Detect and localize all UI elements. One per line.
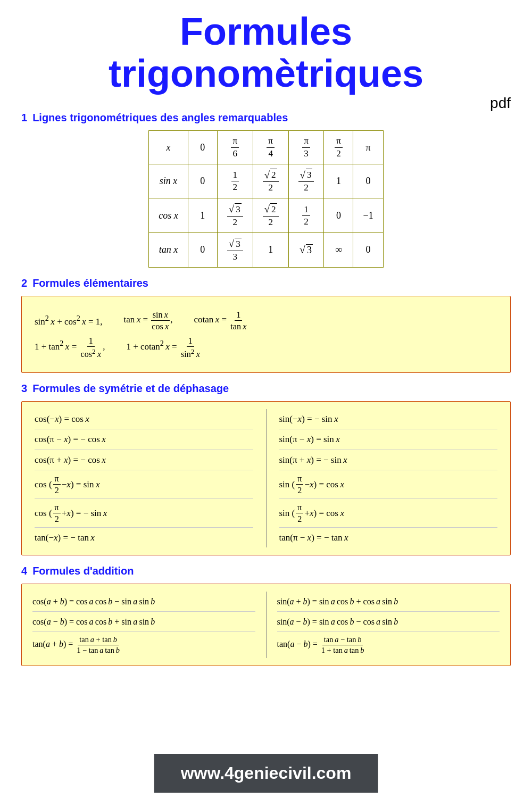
page: Formules trigonomètriques pdf 1 Lignes t… [0,0,532,677]
section3-number: 3 [21,383,27,395]
sym-cos-pi-minus: cos(π − x) = − cos x [35,429,253,450]
sym-tan-neg: tan(−x) = − tan x [35,528,253,547]
sym-col-cos: cos(−x) = cos x cos(π − x) = − cos x cos… [22,409,267,547]
main-title: Formules trigonomètriques [21,11,511,95]
sym-cos-neg: cos(−x) = cos x [35,409,253,429]
sym-sin-neg: sin(−x) = − sin x [279,409,498,429]
add-sin-a-minus-b: sin(a − b) = sin a cos b − cos a sin b [277,612,500,632]
section4-title: Formules d'addition [32,565,134,577]
add-sin-a-plus-b: sin(a + b) = sin a cos b + cos a sin b [277,592,500,612]
formula-1-cotan2: 1 + cotan2 x = 1 sin2 x [126,335,202,360]
add-cos-a-plus-b: cos(a + b) = cos a cos b − sin a sin b [32,592,255,612]
sym-tan-pi-minus: tan(π − x) = − tan x [279,528,498,547]
sym-cos-pi-plus: cos(π + x) = − cos x [35,450,253,470]
symmetry-box: cos(−x) = cos x cos(π − x) = − cos x cos… [21,401,511,555]
section2-header: 2 Formules élémentaires [21,277,511,289]
section3-title: Formules de symétrie et de déphasage [32,383,229,395]
add-tan-a-minus-b: tan(a − b) = tan a − tan b 1 + tan a tan… [277,632,500,658]
title-line2: trigonomètriques [109,52,423,95]
formula-tan: tan x = sin x cos x , [124,309,173,332]
sym-col-sin: sin(−x) = − sin x sin(π − x) = sin x sin… [267,409,511,547]
sym-cos-pi2-plus: cos ( π 2 + x) = − sin x [35,499,253,528]
add-col-sin: sin(a + b) = sin a cos b + cos a sin b s… [267,592,511,658]
trig-table: x 0 π6 π4 π3 π2 π sin x 0 12 √ [148,130,383,267]
watermark-banner: www.4geniecivil.com [154,754,378,793]
formula-row-2: 1 + tan2 x = 1 cos2 x , 1 + cotan2 x = 1… [35,335,497,360]
sym-cos-pi2-minus: cos ( π 2 − x) = sin x [35,470,253,499]
add-cos-a-minus-b: cos(a − b) = cos a cos b + sin a sin b [32,612,255,632]
formula-1-tan2: 1 + tan2 x = 1 cos2 x , [35,335,105,360]
section2-title: Formules élémentaires [32,277,148,289]
section4-number: 4 [21,565,27,577]
formula-cotan: cotan x = 1 tan x [194,309,248,332]
section1-header: 1 Lignes trigonométriques des angles rem… [21,112,511,124]
formula-row-1: sin2 x + cos2 x = 1, tan x = sin x cos x… [35,309,497,332]
add-tan-a-plus-b: tan(a + b) = tan a + tan b 1 − tan a tan… [32,632,255,658]
section1-title: Lignes trigonométriques des angles remar… [32,112,288,124]
section2-number: 2 [21,277,27,289]
sym-sin-pi2-plus: sin ( π 2 + x) = cos x [279,499,498,528]
section3-header: 3 Formules de symétrie et de déphasage [21,383,511,395]
addition-box: cos(a + b) = cos a cos b − sin a sin b c… [21,584,511,666]
sym-sin-pi-plus: sin(π + x) = − sin x [279,450,498,470]
sym-sin-pi-minus: sin(π − x) = sin x [279,429,498,450]
add-col-cos: cos(a + b) = cos a cos b − sin a sin b c… [22,592,267,658]
formula-sin2-cos2: sin2 x + cos2 x = 1, [35,314,103,327]
section4-header: 4 Formules d'addition [21,565,511,577]
title-line1: Formules [180,10,352,53]
pdf-label: pdf [490,95,511,112]
formula-box-elementary: sin2 x + cos2 x = 1, tan x = sin x cos x… [21,296,511,373]
section1-number: 1 [21,112,27,124]
sym-sin-pi2-minus: sin ( π 2 − x) = cos x [279,470,498,499]
